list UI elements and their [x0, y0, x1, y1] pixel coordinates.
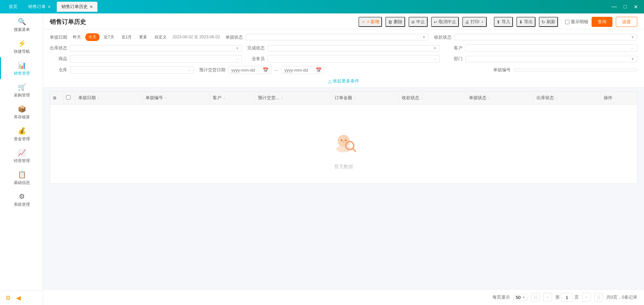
- date-btn-more[interactable]: 更多: [136, 33, 150, 41]
- settings-button[interactable]: 设置: [616, 17, 637, 27]
- sidebar-item-sales-mgmt[interactable]: 📊 销售管理: [0, 57, 43, 79]
- th-receipt-status-label: 收款状态: [402, 95, 419, 100]
- salesperson-dots-icon[interactable]: ···: [433, 56, 437, 61]
- warehouse-input[interactable]: ···: [70, 66, 194, 74]
- dept-arrow-icon: ▼: [631, 57, 634, 61]
- next-page-button[interactable]: ＞: [582, 293, 591, 302]
- print-arrow-icon: ▼: [481, 20, 484, 24]
- sidebar-settings-button[interactable]: ⚙: [5, 294, 11, 302]
- tab-home[interactable]: 首页: [4, 2, 22, 12]
- salesperson-input[interactable]: ···: [267, 55, 439, 63]
- sidebar-item-search-menu[interactable]: 🔍 搜索菜单: [0, 13, 43, 35]
- th-expected-date-label: 预计交货...: [258, 95, 279, 100]
- per-page-select[interactable]: 50 ▼: [513, 294, 527, 301]
- th-receipt-status[interactable]: 收款状态 ↕: [399, 91, 466, 105]
- date-btn-custom[interactable]: 自定义: [152, 33, 170, 41]
- expected-date-start-field[interactable]: [231, 68, 261, 73]
- th-check[interactable]: [63, 91, 76, 105]
- out-status-select[interactable]: ▼: [70, 45, 242, 51]
- tab-sales-order-history-close[interactable]: ✕: [90, 5, 93, 9]
- svg-point-4: [343, 142, 344, 142]
- warehouse-dots-icon[interactable]: ···: [187, 68, 191, 72]
- th-settings[interactable]: ⚙: [50, 91, 63, 105]
- tab-sales-order-history[interactable]: 销售订单历史 ✕: [57, 2, 97, 12]
- customer-input[interactable]: ···: [465, 44, 637, 52]
- th-date-label: 单据日期: [78, 95, 96, 100]
- collapse-filter-row[interactable]: △ 收起更多条件: [50, 77, 637, 85]
- date-btn-7days[interactable]: 近7天: [101, 33, 117, 41]
- stop-button[interactable]: ⊘ 中止: [409, 17, 428, 27]
- prev-page-button[interactable]: ＜: [543, 293, 552, 302]
- th-expected-date-sort-icon: ↕: [281, 96, 283, 100]
- sidebar-item-inventory[interactable]: 📦 库存核算: [0, 101, 43, 123]
- sidebar-item-sys-mgmt[interactable]: ⚙ 系统管理: [0, 188, 43, 210]
- sidebar-item-capital[interactable]: 💰 资金管理: [0, 123, 43, 145]
- complete-status-select[interactable]: ▼: [267, 45, 439, 51]
- receipt-status-label: 收款状态: [434, 34, 452, 40]
- dept-select[interactable]: ▼: [465, 56, 637, 62]
- content-area: 销售订单历史 ＋ + 新增 🗑 删除 ⊘ 中止 ↩ 取消中止: [43, 13, 644, 305]
- date-btn-yesterday[interactable]: 昨天: [70, 33, 84, 41]
- last-page-button[interactable]: ⟩⟩: [594, 293, 603, 302]
- sidebar-item-quick-nav[interactable]: ⚡ 快捷导航: [0, 35, 43, 57]
- goods-dots-icon[interactable]: ···: [235, 56, 239, 61]
- salesperson-label: 业务员: [247, 56, 265, 62]
- print-button[interactable]: 🖨 打印 ▼: [462, 17, 487, 27]
- th-amount[interactable]: 订单金额 ↕: [332, 91, 399, 105]
- expected-date-end-field[interactable]: [284, 68, 314, 73]
- th-number-label: 单据编号: [145, 95, 163, 100]
- minimize-button[interactable]: —: [609, 3, 619, 10]
- bill-status-select[interactable]: ▼: [246, 34, 429, 40]
- th-bill-status[interactable]: 单据状态 ↕: [466, 91, 533, 105]
- bill-number-input[interactable]: [513, 69, 637, 71]
- close-button[interactable]: ✕: [632, 3, 640, 11]
- tab-sales-order-close[interactable]: ✕: [48, 5, 51, 9]
- date-btn-1month[interactable]: 近1月: [119, 33, 135, 41]
- svg-line-6: [353, 149, 355, 151]
- customer-dots-icon[interactable]: ···: [631, 46, 634, 50]
- expected-date-start-input[interactable]: 📅: [228, 66, 271, 74]
- select-all-checkbox[interactable]: [66, 95, 71, 100]
- refresh-button[interactable]: ↻ 刷新: [539, 17, 558, 27]
- first-page-button[interactable]: ⟨⟨: [531, 293, 540, 302]
- sidebar-item-label-capital: 资金管理: [14, 136, 30, 142]
- th-out-status[interactable]: 出库状态 ↕: [533, 91, 601, 105]
- filter-salesperson-item: 业务员 ···: [247, 55, 439, 63]
- sidebar-item-operations[interactable]: 📈 经营管理: [0, 145, 43, 166]
- th-out-status-label: 出库状态: [536, 95, 554, 100]
- delete-button[interactable]: 🗑 删除: [385, 17, 405, 27]
- sidebar-item-label-sys-mgmt: 系统管理: [14, 202, 30, 207]
- operations-icon: 📈: [18, 149, 26, 157]
- sidebar-item-purchase-mgmt[interactable]: 🛒 采购管理: [0, 79, 43, 101]
- new-button[interactable]: ＋ + 新增: [358, 17, 382, 27]
- th-date[interactable]: 单据日期 ↕: [76, 91, 143, 105]
- svg-point-3: [345, 140, 346, 141]
- date-btn-today[interactable]: 今天: [85, 33, 99, 41]
- th-number[interactable]: 单据编号 ↕: [143, 91, 210, 105]
- customer-label: 客户: [445, 45, 463, 51]
- out-status-arrow-icon: ▼: [235, 46, 239, 50]
- th-customer[interactable]: 客户 ↕: [210, 91, 255, 105]
- delete-icon: 🗑: [388, 20, 392, 25]
- search-button[interactable]: 查询: [592, 17, 612, 27]
- page-number-input[interactable]: [561, 293, 573, 302]
- th-out-status-sort-icon: ↕: [556, 96, 557, 100]
- goods-input[interactable]: ···: [70, 55, 242, 63]
- expected-date-end-input[interactable]: 📅: [281, 66, 325, 74]
- sidebar-item-basic-info[interactable]: 📋 基础信息: [0, 166, 43, 188]
- export-button[interactable]: ⬇ 导出: [516, 17, 535, 27]
- import-button[interactable]: ⬆ 导入: [494, 17, 513, 27]
- expected-date-label: 预计交货日期: [199, 67, 225, 73]
- th-receipt-status-sort-icon: ↕: [421, 96, 423, 100]
- th-date-sort-icon: ↕: [98, 96, 99, 100]
- receipt-status-select[interactable]: ▼: [454, 34, 637, 40]
- tab-sales-order[interactable]: 销售订单 ✕: [24, 2, 55, 12]
- settings-column-icon[interactable]: ⚙: [53, 96, 57, 101]
- show-detail-checkbox[interactable]: [565, 20, 569, 24]
- show-detail-checkbox-label[interactable]: 显示明细: [565, 19, 588, 25]
- th-amount-sort-icon: ↕: [354, 96, 355, 100]
- sidebar-collapse-button[interactable]: ◀: [16, 294, 21, 302]
- cancel-stop-button[interactable]: ↩ 取消中止: [431, 17, 459, 27]
- maximize-button[interactable]: □: [621, 3, 629, 10]
- th-expected-date[interactable]: 预计交货... ↕: [255, 91, 332, 105]
